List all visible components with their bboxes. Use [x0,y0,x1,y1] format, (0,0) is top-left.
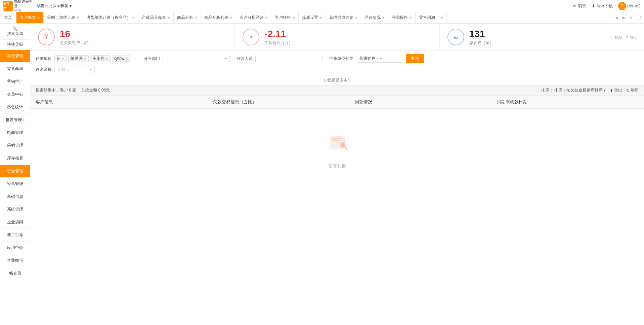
tab-operation-status[interactable]: 经营情况 ✕ [361,12,388,23]
credit-customers-label: 总欠款客户（家） [60,40,92,46]
message-btn[interactable]: ✉ 消息 [573,3,586,9]
export-btn[interactable]: ⬆ 导出 [610,87,622,93]
classify-dropdown[interactable]: 普通客户 ✕ ▾ [356,55,403,63]
chevron-down-icon: ▾ [23,118,24,122]
filter-tag-chen[interactable]: 陈民强 ✕ [68,55,89,62]
tab-product-inbound[interactable]: 产成品入库单 ✕ [138,12,174,23]
sidebar-item-wholesale[interactable]: 批发管理 ▾ [0,114,30,127]
tab-promotion-settings[interactable]: 提成设置 ✕ [299,12,326,23]
classify-filter-label: 往来单位分类 [329,56,353,62]
close-tab-retail-profit[interactable]: ✕ [440,16,443,20]
filter-tag-wang[interactable]: 王小亮 ✕ [90,55,111,62]
sidebar-item-retail-mall[interactable]: 零售商城 [0,63,30,75]
sidebar-item-finance[interactable]: 资金管理 [0,165,30,178]
close-tab-add-promotion[interactable]: ✕ [355,16,357,20]
top-bar-right: ✉ 消息 ⬇ App下载 D demo2 [573,2,641,10]
tab-inbound-stats[interactable]: 进货单统计表（按商品） ✕ [83,12,138,23]
balance-dropdown[interactable]: 选择... ▾ [54,66,95,73]
sidebar-item-retail-manage[interactable]: 零售管理 [0,50,30,63]
nav-maximize-btn[interactable]: ⛶ [635,14,642,21]
close-tab-product-analysis-list[interactable]: ✕ [230,16,232,20]
credit-customers-number: 16 [60,29,92,39]
close-tab-customer-ledger[interactable]: ✕ [37,16,40,20]
sidebar-item-purchase[interactable]: 采购管理 [0,139,30,152]
credit-customers-icon: ¥ [38,29,55,45]
close-tab-promotion-settings[interactable]: ✕ [319,16,322,20]
sidebar-item-enterprise-collab[interactable]: 企业协同 [0,216,30,229]
sidebar-search[interactable]: 🔍 搜索菜单 [0,24,30,40]
dept-more-dots[interactable]: ··· [218,56,224,61]
sidebar-quick-nav[interactable]: 快捷导航 [0,40,30,50]
sidebar-item-retail-stats[interactable]: 零售统计 [0,101,30,114]
remove-tag-chen[interactable]: ✕ [84,57,86,61]
empty-icon [324,129,351,160]
tab-customer-segment[interactable]: 客户分层经营 ✕ [236,12,271,23]
remove-tag-cjttcw[interactable]: ✕ [125,57,128,61]
sidebar-item-basics[interactable]: 基础信息 [0,190,30,203]
demo-account-select[interactable]: 母婴行业演示帐套 ▾ [36,3,72,9]
tab-customer-ledger[interactable]: 客户账本 ✕ [16,12,44,23]
sidebar-item-enterprise-wechat[interactable]: 企业微信 [0,254,30,267]
sidebar-item-new-guide[interactable]: 新手引导 [0,229,30,242]
video-help-link[interactable]: ▷ 视频 [609,35,622,41]
nav-right-btn[interactable]: ▶ [620,14,627,21]
chevron-down-icon: ▾ [70,4,72,8]
svg-rect-3 [332,140,339,141]
dept-arrow-icon: ▾ [225,57,227,61]
close-tab-inbound-stats[interactable]: ✕ [132,16,135,20]
logo-text: 畅捷通好生意 标版 [14,0,34,12]
close-tab-customer-segment[interactable]: ✕ [265,16,268,20]
tab-product-analysis-list[interactable]: 商品分析列表 ✕ [201,12,236,23]
sidebar-item-member[interactable]: 会员中心 [0,88,30,101]
svg-point-5 [341,143,345,147]
sidebar-item-inventory[interactable]: 库存核算 [0,152,30,165]
tab-profit-report[interactable]: 利润报告 ✕ [388,12,416,23]
dept-dropdown[interactable]: ··· ▾ [163,55,230,62]
close-tab-profit-report[interactable]: ✕ [409,16,412,20]
tab-product-analysis[interactable]: 商品分析 ✕ [174,12,201,23]
remove-classify-tag[interactable]: ✕ [376,57,379,61]
person-dropdown[interactable]: ··· [255,55,323,62]
result-bar: 搜索结果中，客户 0 家 欠款金额 0.00元 排序： 排序：按欠款金额倒序排序… [30,85,644,96]
user-avatar[interactable]: D demo2 [618,2,641,10]
close-tab-customer-contact[interactable]: ✕ [292,16,295,20]
tab-home[interactable]: 首页 [0,12,16,23]
filter-area: 往来单位 伍 ✕ 陈民强 ✕ 王小亮 ✕ cjttcw [30,51,644,85]
tab-customer-contact[interactable]: 客户联络 ✕ [271,12,299,23]
close-tab-product-inbound[interactable]: ✕ [167,16,170,20]
total-customers-number: 131 [469,29,493,39]
person-filter-label: 分管人员 [237,56,253,62]
close-tab-product-analysis[interactable]: ✕ [195,16,197,20]
nav-arrows: ◀ ▶ ✕ ⛶ [611,14,644,21]
sidebar-item-app-center[interactable]: 应用中心 [0,242,30,254]
sidebar-item-operations[interactable]: 经营管理 [0,178,30,190]
sidebar-item-vip-member[interactable]: 畅会员 [0,267,30,280]
query-button[interactable]: 查询 [406,54,424,63]
app-download-btn[interactable]: ⬇ App下载 [592,3,613,9]
close-tab-operation-status[interactable]: ✕ [382,16,385,20]
filter-more-dots[interactable]: ··· [132,56,137,61]
sidebar-item-system[interactable]: 系统管理 [0,203,30,216]
remove-tag-wang[interactable]: ✕ [105,57,108,61]
filter-tag-wu[interactable]: 伍 ✕ [54,55,67,62]
tab-retail-profit[interactable]: 零售利润（ ✕ [416,12,447,23]
unit-filter-label: 往来单位 [36,56,52,62]
tab-add-promotion[interactable]: 新增提成方案 ✕ [326,12,361,23]
sidebar-item-ecommerce[interactable]: 电商管理 [0,127,30,139]
refresh-btn[interactable]: ↻ 刷新 [626,87,639,93]
close-tab-purchase-order[interactable]: ✕ [77,16,79,20]
col-repayment: 回款情况 [355,99,497,105]
collapse-btn[interactable]: ∧ 收起更多条件 [323,77,351,83]
total-customers-icon: ⊞ [447,29,464,45]
classify-tag-normal[interactable]: 普通客户 ✕ [359,56,379,62]
balance-filter-label: 往来余额 [36,67,52,72]
filter-tag-cjttcw[interactable]: cjttcw ✕ [112,56,130,62]
sort-select[interactable]: 排序： 排序：按欠款金额倒序排序 ▾ [541,87,606,93]
nav-close-all-btn[interactable]: ✕ [628,14,635,21]
sidebar-item-marketing[interactable]: 营销推广 [0,75,30,88]
help-link[interactable]: ? 帮助 [626,35,637,41]
tab-purchase-order[interactable]: 采购订单统计表 ✕ [44,12,83,23]
remove-tag-wu[interactable]: ✕ [62,57,65,61]
nav-left-btn[interactable]: ◀ [613,14,620,21]
person-more-dots[interactable]: ··· [314,56,319,61]
